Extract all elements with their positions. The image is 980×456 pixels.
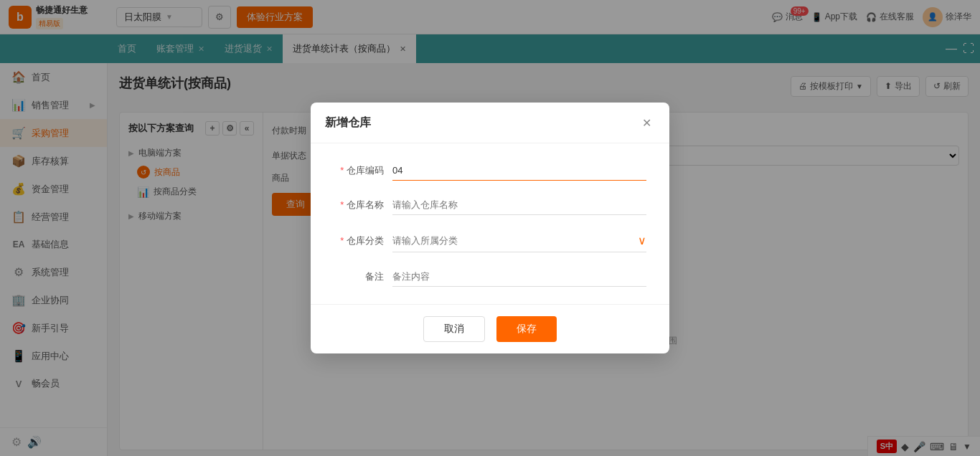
add-warehouse-modal: 新增仓库 ✕ 仓库编码 仓库名称 仓库分类 ∨ 备注 [311, 103, 669, 353]
warehouse-category-field: 仓库分类 ∨ [334, 229, 646, 252]
warehouse-category-label: 仓库分类 [334, 234, 384, 247]
modal-overlay[interactable]: 新增仓库 ✕ 仓库编码 仓库名称 仓库分类 ∨ 备注 [0, 0, 980, 456]
save-button[interactable]: 保存 [496, 316, 557, 342]
modal-title: 新增仓库 [325, 115, 371, 130]
warehouse-code-input[interactable] [392, 161, 646, 181]
warehouse-code-label: 仓库编码 [334, 164, 384, 177]
warehouse-name-field: 仓库名称 [334, 195, 646, 215]
warehouse-name-input[interactable] [392, 195, 646, 215]
warehouse-code-field: 仓库编码 [334, 161, 646, 181]
modal-close-button[interactable]: ✕ [638, 114, 655, 131]
warehouse-note-field: 备注 [334, 267, 646, 287]
modal-body: 仓库编码 仓库名称 仓库分类 ∨ 备注 [311, 143, 669, 304]
warehouse-name-label: 仓库名称 [334, 199, 384, 212]
warehouse-category-select[interactable]: ∨ [392, 229, 646, 252]
modal-footer: 取消 保存 [311, 304, 669, 353]
warehouse-note-label: 备注 [334, 270, 384, 283]
modal-header: 新增仓库 ✕ [311, 103, 669, 143]
warehouse-category-input[interactable] [392, 235, 638, 246]
cancel-button[interactable]: 取消 [423, 316, 485, 342]
category-dropdown-icon: ∨ [638, 234, 646, 247]
warehouse-note-input[interactable] [392, 267, 646, 287]
